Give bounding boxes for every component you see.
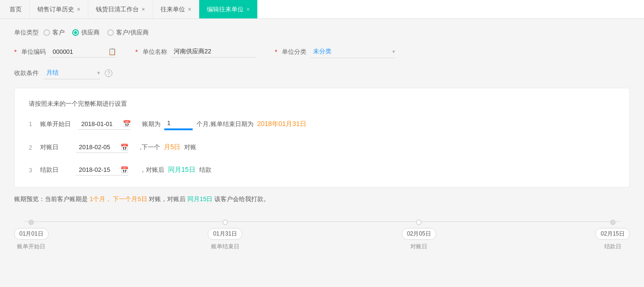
- unit-code-group: * 单位编码 📋: [14, 46, 116, 58]
- timeline-node-3: 02月05日 对账日: [402, 219, 436, 251]
- row-2-prefix: ,下一个: [140, 143, 160, 152]
- tab-home[interactable]: 首页: [0, 0, 30, 18]
- row-1-date-wrap: 📅: [78, 118, 131, 130]
- tab-cash-close-icon[interactable]: ×: [142, 6, 145, 13]
- timeline-date-1: 01月01日: [14, 228, 49, 240]
- payment-terms-label: 收款条件: [14, 69, 39, 77]
- preview-part2: 下一个月5日: [113, 195, 147, 203]
- radio-supplier-label: 供应商: [81, 28, 100, 37]
- row-2-number: 2: [29, 144, 40, 151]
- unit-code-icon[interactable]: 📋: [108, 48, 116, 55]
- row-1-date-input[interactable]: [78, 118, 121, 129]
- main-content: 单位类型 客户 供应商 客户/供应商 * 单位编码 📋: [0, 19, 644, 287]
- radio-customer[interactable]: 客户: [43, 28, 65, 37]
- radio-supplier[interactable]: 供应商: [72, 28, 100, 37]
- unit-name-star: *: [135, 48, 137, 56]
- row-3-date-wrap: 📅: [76, 164, 128, 176]
- row-2-date-wrap: 📅: [76, 142, 128, 153]
- settings-card: 请按照未来的一个完整帐期进行设置 1 账单开始日 📅 账期为 个月,账单结束日期…: [14, 88, 630, 187]
- unit-code-star: *: [14, 48, 17, 56]
- preview-part1: 1个月，: [90, 195, 111, 203]
- settings-row-2: 2 对账日 📅 ,下一个 月5日 对账: [29, 142, 615, 153]
- unit-code-input[interactable]: [50, 46, 106, 57]
- unit-name-label: 单位名称: [143, 48, 167, 56]
- preview-suffix: 该客户会给我打款。: [214, 195, 270, 203]
- timeline-date-2: 01月31日: [208, 228, 242, 240]
- row-3-date-input[interactable]: [76, 164, 119, 175]
- tab-edit-partner[interactable]: 编辑往来单位 ×: [199, 0, 257, 18]
- preview-part3: 同月15日: [187, 195, 212, 203]
- radio-customer-circle: [43, 29, 50, 36]
- row-1-number: 1: [29, 120, 40, 127]
- timeline-items: 01月01日 账单开始日 01月31日 账单结束日 02月05日 对账日: [14, 219, 630, 251]
- tab-sales-history[interactable]: 销售订单历史 ×: [30, 0, 88, 18]
- row-1-cal-icon[interactable]: 📅: [123, 120, 131, 127]
- timeline-date-4: 02月15日: [595, 228, 630, 240]
- tab-partner-unit[interactable]: 往来单位 ×: [153, 0, 199, 18]
- row-2-label: 对账日: [40, 143, 68, 152]
- settings-title: 请按照未来的一个完整帐期进行设置: [29, 100, 615, 108]
- row-1-label: 账单开始日: [40, 120, 71, 128]
- radio-both-label: 客户/供应商: [116, 28, 149, 37]
- tab-bar: 首页 销售订单历史 × 钱货日清工作台 × 往来单位 × 编辑往来单位 ×: [0, 0, 644, 19]
- timeline-node-4: 02月15日 结款日: [595, 219, 630, 251]
- timeline: 01月01日 账单开始日 01月31日 账单结束日 02月05日 对账日: [14, 215, 630, 251]
- row-1-suffix: 个月,账单结束日期为: [196, 120, 254, 128]
- unit-name-input[interactable]: [171, 46, 256, 58]
- row-1-end-date: 2018年01月31日: [257, 120, 306, 128]
- row-3-cal-icon[interactable]: 📅: [120, 166, 128, 174]
- timeline-label-4: 结款日: [604, 243, 621, 251]
- radio-supplier-circle: [72, 29, 79, 36]
- preview-middle: 对账，对账后: [149, 195, 186, 203]
- payment-terms-dropdown[interactable]: 月结 ▾: [43, 67, 100, 79]
- tab-edit-close-icon[interactable]: ×: [246, 6, 250, 13]
- row-3-label: 结款日: [40, 166, 68, 174]
- timeline-circle-2: [222, 219, 228, 225]
- tab-edit-label: 编辑往来单位: [207, 5, 244, 14]
- tab-cash-workbench[interactable]: 钱货日清工作台 ×: [88, 0, 153, 18]
- unit-type-label: 单位类型: [14, 28, 39, 37]
- unit-info-row: * 单位编码 📋 * 单位名称 * 单位分类 未分类 ▾: [14, 45, 630, 58]
- unit-class-label: 单位分类: [282, 48, 306, 56]
- row-1-month-input[interactable]: [164, 118, 193, 129]
- timeline-spacer-3: [436, 219, 596, 251]
- unit-class-arrow-icon: ▾: [392, 49, 395, 55]
- tab-partner-label: 往来单位: [161, 5, 185, 14]
- payment-terms-arrow-icon: ▾: [97, 70, 100, 76]
- tab-partner-close-icon[interactable]: ×: [188, 6, 191, 13]
- timeline-label-2: 账单结束日: [211, 243, 239, 251]
- settings-row-3: 3 结款日 📅 ，对账后 同月15日 结款: [29, 164, 615, 176]
- unit-name-group: * 单位名称: [135, 46, 255, 58]
- unit-class-dropdown[interactable]: 未分类 ▾: [310, 45, 395, 58]
- row-1-prefix: 账期为: [142, 120, 161, 128]
- radio-customer-label: 客户: [52, 28, 65, 37]
- payment-terms-help-icon[interactable]: ?: [105, 69, 112, 77]
- radio-both[interactable]: 客户/供应商: [107, 28, 149, 37]
- row-2-highlight: 月5日: [164, 143, 181, 152]
- payment-terms-row: 收款条件 月结 ▾ ?: [14, 67, 630, 79]
- unit-class-value: 未分类: [310, 45, 390, 58]
- preview-section: 账期预览：当前客户账期是 1个月， 下一个月5日 对账，对账后 同月15日 该客…: [14, 195, 630, 203]
- tab-sales-close-icon[interactable]: ×: [77, 6, 80, 13]
- unit-class-star: *: [275, 48, 277, 56]
- row-3-suffix: 结款: [199, 166, 212, 174]
- row-2-date-input[interactable]: [76, 142, 119, 152]
- unit-type-row: 单位类型 客户 供应商 客户/供应商: [14, 28, 630, 37]
- timeline-date-3: 02月05日: [402, 228, 436, 240]
- radio-both-circle: [107, 29, 114, 36]
- timeline-circle-4: [610, 219, 616, 225]
- row-2-cal-icon[interactable]: 📅: [120, 144, 128, 151]
- row-3-highlight: 同月15日: [168, 166, 195, 174]
- row-2-suffix: 对账: [184, 143, 196, 152]
- timeline-spacer-1: [49, 219, 208, 251]
- timeline-node-2: 01月31日 账单结束日: [208, 219, 242, 251]
- preview-label: 账期预览：当前客户账期是: [14, 195, 88, 203]
- row-3-prefix: ，对账后: [140, 166, 164, 174]
- timeline-label-3: 对账日: [410, 243, 427, 251]
- tab-cash-label: 钱货日清工作台: [96, 5, 139, 14]
- row-3-number: 3: [29, 167, 40, 174]
- timeline-circle-3: [416, 219, 422, 225]
- radio-group: 客户 供应商 客户/供应商: [43, 28, 149, 37]
- tab-home-label: 首页: [9, 5, 22, 14]
- settings-row-1: 1 账单开始日 📅 账期为 个月,账单结束日期为 2018年01月31日: [29, 118, 615, 130]
